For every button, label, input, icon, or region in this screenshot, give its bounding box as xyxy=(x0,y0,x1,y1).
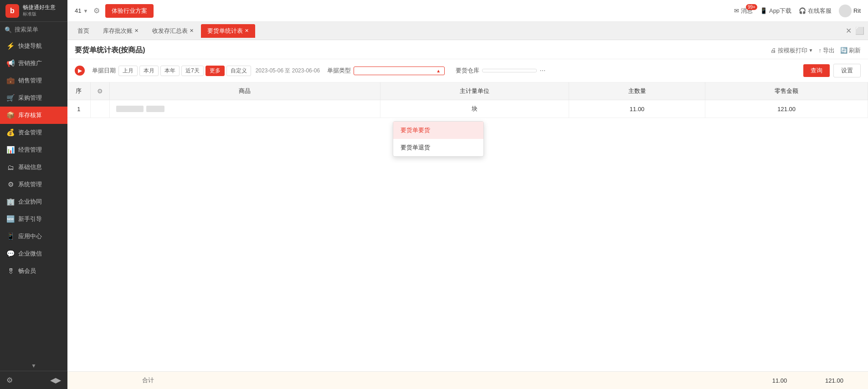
app-title: 畅捷通好生意 标准版 xyxy=(23,4,56,18)
sidebar-item-finance[interactable]: 💰 资金管理 xyxy=(0,124,67,141)
warehouse-ellipsis-btn[interactable]: ··· xyxy=(539,67,545,75)
app-download-label: App下载 xyxy=(769,7,791,15)
print-icon: 🖨 xyxy=(770,47,776,54)
date-shortcuts: 上月 本月 本年 近7天 更多 自定义 xyxy=(118,66,251,76)
phone-icon: 📱 xyxy=(760,7,767,14)
template-print-label: 按模板打印 xyxy=(778,46,807,55)
date-shortcut-this-year[interactable]: 本年 xyxy=(160,66,180,76)
sidebar-item-quick-nav[interactable]: ⚡ 快捷导航 xyxy=(0,37,67,55)
template-print-btn[interactable]: 🖨 按模板打印 ▼ xyxy=(770,46,813,55)
row-index: 1 xyxy=(67,100,90,118)
app-logo: b xyxy=(5,4,19,18)
sidebar-scroll-down[interactable]: ▼ xyxy=(0,361,67,371)
sidebar-item-label: 基础信息 xyxy=(18,163,42,171)
col-settings[interactable]: ⚙ xyxy=(90,82,109,100)
footer-amount: 121.00 xyxy=(807,377,862,384)
app-download-btn[interactable]: 📱 App下载 xyxy=(760,7,791,15)
tabs-expand-icon[interactable]: ⬜ xyxy=(855,26,864,35)
sidebar-item-wechat[interactable]: 💬 企业微信 xyxy=(0,245,67,262)
date-shortcut-custom[interactable]: 自定义 xyxy=(226,66,251,76)
tab-receive-summary[interactable]: 收发存汇总表 ✕ xyxy=(146,24,200,38)
sidebar-item-label: 新手引导 xyxy=(18,215,42,223)
warehouse-select[interactable] xyxy=(482,69,537,72)
operation-icon: 📊 xyxy=(6,146,15,154)
main-content: 41 ▼ ⚙ 体验行业方案 ✉ 消息 99+ 📱 App下载 🎧 在线客服 R xyxy=(67,0,868,389)
search-menu[interactable]: 🔍 搜索菜单 xyxy=(0,22,67,37)
sidebar-item-apps[interactable]: 📱 应用中心 xyxy=(0,228,67,245)
export-btn[interactable]: ↑ 导出 xyxy=(819,46,835,55)
tabs-bar-right: ✕ ⬜ xyxy=(846,26,864,35)
tab-close-icon[interactable]: ✕ xyxy=(245,28,249,34)
date-shortcut-last-month[interactable]: 上月 xyxy=(118,66,138,76)
company-selector[interactable]: 41 ▼ xyxy=(75,7,88,14)
sidebar-item-guide[interactable]: 🆕 新手引导 xyxy=(0,210,67,228)
marketing-icon: 📢 xyxy=(6,59,15,67)
message-icon: ✉ xyxy=(734,7,739,14)
sidebar-item-label: 销售管理 xyxy=(18,77,42,85)
messages-btn[interactable]: ✉ 消息 99+ xyxy=(734,7,753,15)
row-amount: 121.00 xyxy=(705,100,868,118)
date-shortcut-last-7-days[interactable]: 近7天 xyxy=(181,66,204,76)
sidebar-item-basic[interactable]: 🗂 基础信息 xyxy=(0,159,67,176)
type-select[interactable]: ▲ xyxy=(354,67,445,75)
sidebar-item-sales[interactable]: 💼 销售管理 xyxy=(0,72,67,89)
sidebar-item-purchase[interactable]: 🛒 采购管理 xyxy=(0,89,67,107)
user-avatar-btn[interactable]: Rit xyxy=(839,5,861,17)
tabs-close-all-icon[interactable]: ✕ xyxy=(846,26,852,35)
dropdown-item-order-goods[interactable]: 要货单要货 xyxy=(393,122,483,139)
topbar-settings-icon[interactable]: ⚙ xyxy=(93,6,100,15)
col-unit: 主计量单位 xyxy=(380,82,569,100)
dropdown-item-label: 要货单要货 xyxy=(401,127,430,133)
tab-home[interactable]: 首页 xyxy=(71,24,96,38)
filter-row: ▶ 单据日期 上月 本月 本年 近7天 更多 自定义 2023-05-06 至 … xyxy=(67,59,868,82)
row-qty: 11.00 xyxy=(569,100,705,118)
dropdown-item-order-return[interactable]: 要货单退货 xyxy=(393,139,483,156)
filter-expand-btn[interactable]: ▶ xyxy=(75,66,85,76)
tab-inventory-batch[interactable]: 库存批次账 ✕ xyxy=(97,24,145,38)
top-header-right: ✉ 消息 99+ 📱 App下载 🎧 在线客服 Rit xyxy=(734,5,861,17)
type-dropdown: 要货单要货 要货单退货 xyxy=(393,121,484,157)
tab-close-icon[interactable]: ✕ xyxy=(190,28,194,34)
refresh-btn[interactable]: 🔄 刷新 xyxy=(840,46,861,55)
sidebar-item-label: 库存核算 xyxy=(18,111,42,119)
trial-btn[interactable]: 体验行业方案 xyxy=(105,4,154,18)
inventory-icon: 📦 xyxy=(6,111,15,119)
tab-home-label: 首页 xyxy=(77,27,89,35)
tab-label: 要货单统计表 xyxy=(207,27,243,35)
sidebar-footer: ⚙ ◀▶ xyxy=(0,371,67,389)
refresh-icon: 🔄 xyxy=(840,47,847,54)
collapse-icon[interactable]: ◀▶ xyxy=(50,376,61,384)
date-shortcut-this-month[interactable]: 本月 xyxy=(139,66,159,76)
sidebar-item-label: 快捷导航 xyxy=(18,42,42,50)
sidebar-item-operation[interactable]: 📊 经营管理 xyxy=(0,141,67,159)
sidebar-item-corp[interactable]: 🏢 企业协同 xyxy=(0,193,67,210)
sidebar-header: b 畅捷通好生意 标准版 xyxy=(0,0,67,22)
online-service-btn[interactable]: 🎧 在线客服 xyxy=(799,7,832,15)
warehouse-filter-group: 要货仓库 ··· xyxy=(456,67,545,75)
top-header: 41 ▼ ⚙ 体验行业方案 ✉ 消息 99+ 📱 App下载 🎧 在线客服 R xyxy=(67,0,868,22)
table-settings-icon[interactable]: ⚙ xyxy=(97,87,103,95)
app-title-text: 畅捷通好生意 xyxy=(23,4,56,11)
avatar xyxy=(839,5,852,17)
dropdown-icon: ▼ xyxy=(83,8,88,14)
settings-btn[interactable]: 设置 xyxy=(833,64,861,77)
refresh-label: 刷新 xyxy=(849,46,861,55)
search-icon: 🔍 xyxy=(5,26,12,33)
sidebar-item-label: 经营管理 xyxy=(18,146,42,154)
sidebar-item-label: 企业微信 xyxy=(18,250,42,258)
tab-close-icon[interactable]: ✕ xyxy=(134,28,139,34)
tab-order-summary[interactable]: 要货单统计表 ✕ xyxy=(201,24,255,38)
sidebar-item-system[interactable]: ⚙ 系统管理 xyxy=(0,176,67,193)
export-icon: ↑ xyxy=(819,47,822,54)
query-btn[interactable]: 查询 xyxy=(803,64,830,77)
date-shortcut-more[interactable]: 更多 xyxy=(205,66,225,76)
sidebar-item-inventory[interactable]: 📦 库存核算 xyxy=(0,107,67,124)
sidebar-item-marketing[interactable]: 📢 营销推广 xyxy=(0,55,67,72)
sidebar-item-vip[interactable]: 🎖 畅会员 xyxy=(0,262,67,280)
sidebar-item-label: 采购管理 xyxy=(18,94,42,102)
tabs-bar: 首页 库存批次账 ✕ 收发存汇总表 ✕ 要货单统计表 ✕ ✕ ⬜ xyxy=(67,22,868,40)
settings-footer-icon[interactable]: ⚙ xyxy=(6,376,13,384)
data-table: 序 ⚙ 商品 主计量单位 主数量 xyxy=(67,82,868,118)
dropdown-item-label: 要货单退货 xyxy=(401,144,430,151)
sales-icon: 💼 xyxy=(6,77,15,85)
